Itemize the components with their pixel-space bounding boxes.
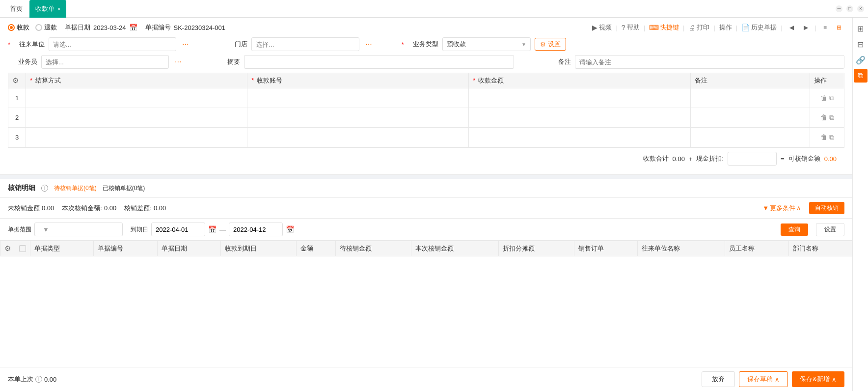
range-select-arrow: ▼	[43, 226, 49, 233]
hexiao-table: ⚙ 单据类型 单据编号 单据日	[0, 241, 852, 256]
lower-settings-icon[interactable]: ⚙	[4, 244, 11, 252]
lower-col-date: 单据日期	[157, 241, 220, 256]
print-link[interactable]: 🖨 打印	[688, 23, 709, 32]
row1-amount[interactable]	[469, 88, 690, 108]
store-input[interactable]	[251, 37, 359, 51]
row3-account[interactable]	[247, 128, 469, 147]
row1-remark[interactable]	[690, 88, 810, 108]
row1-settlement[interactable]	[26, 88, 247, 108]
hexiao-section: 核销明细 i 待核销单据(0笔) 已核销单据(0笔) 未核销金额 0.00 本次…	[0, 179, 852, 367]
row2-account[interactable]	[247, 108, 469, 128]
save-new-button[interactable]: 保存&新增 ∧	[792, 371, 844, 387]
col-amount: * 收款金额	[469, 73, 690, 88]
table-settings-icon[interactable]: ⚙	[12, 76, 19, 84]
row1-copy-icon[interactable]: ⧉	[829, 94, 834, 102]
close-button[interactable]: ×	[857, 5, 864, 12]
history-link[interactable]: 📄 历史单据	[741, 23, 777, 32]
prev-record-button[interactable]: ◀	[787, 23, 797, 32]
remark-input[interactable]	[575, 55, 844, 69]
done-tab[interactable]: 已核销单据(0笔)	[103, 184, 145, 193]
save-draft-arrow-icon: ∧	[775, 376, 780, 383]
col-remark: 备注	[690, 73, 810, 88]
row2-delete-icon[interactable]: 🗑	[820, 113, 827, 122]
right-sidebar: ⊞ ⊟ 🔗 ⧉	[852, 18, 868, 391]
nav-home[interactable]: 首页	[4, 0, 28, 18]
counterparty-input[interactable]	[49, 37, 176, 51]
abandon-button[interactable]: 放弃	[702, 371, 735, 387]
store-more-button[interactable]: ···	[363, 40, 374, 49]
grid-view-button[interactable]: ⊞	[834, 23, 844, 32]
row2-copy-icon[interactable]: ⧉	[829, 113, 834, 122]
save-new-arrow-icon: ∧	[832, 376, 837, 383]
lower-col-checkbox	[15, 241, 30, 256]
row2-amount[interactable]	[469, 108, 690, 128]
bottom-info: 本单上次 i 0.00	[8, 375, 56, 384]
select-all-checkbox[interactable]	[19, 245, 26, 252]
row3-remark[interactable]	[690, 128, 810, 147]
operation-link[interactable]: 操作	[719, 23, 732, 32]
close-tab-icon[interactable]: ×	[57, 6, 60, 12]
date-field: 单据日期 2023-03-24 📅	[65, 23, 137, 32]
date-from-input[interactable]	[151, 223, 205, 236]
next-record-button[interactable]: ▶	[801, 23, 811, 32]
video-link[interactable]: ▶ 视频	[592, 23, 612, 32]
receipt-table: ⚙ * 结算方式 * 收款账号 *	[8, 73, 844, 147]
staff-more-button[interactable]: ···	[173, 57, 183, 66]
pending-tab[interactable]: 待核销单据(0笔)	[54, 184, 97, 193]
lower-col-settings: ⚙	[0, 241, 15, 256]
row3-settlement[interactable]	[26, 128, 247, 147]
range-filter: 单据范围 ▼	[8, 223, 123, 236]
range-select[interactable]: ▼	[34, 223, 123, 236]
query-button[interactable]: 查询	[781, 223, 808, 236]
save-draft-button[interactable]: 保存草稿 ∧	[739, 371, 788, 387]
sidebar-icon-4[interactable]: ⧉	[854, 69, 868, 83]
minimize-button[interactable]: ─	[836, 5, 842, 12]
row3-copy-icon[interactable]: ⧉	[829, 133, 834, 141]
calendar-icon[interactable]: 📅	[129, 24, 137, 31]
maximize-button[interactable]: □	[846, 5, 853, 12]
table-col-settings: ⚙	[8, 73, 26, 88]
discount-input[interactable]	[728, 152, 777, 166]
cancel-diff-stat: 核销差额: 0.00	[124, 204, 166, 213]
row3-delete-icon[interactable]: 🗑	[820, 133, 827, 141]
counterparty-more-button[interactable]: ···	[180, 40, 190, 49]
shortcut-link[interactable]: ⌨ 快捷键	[649, 23, 679, 32]
row1-delete-icon[interactable]: 🗑	[820, 94, 827, 102]
lower-col-due: 收款到期日	[221, 241, 297, 256]
auto-cancel-button[interactable]: 自动核销	[809, 202, 844, 214]
sidebar-icon-2[interactable]: ⊟	[854, 37, 868, 51]
row2-remark[interactable]	[690, 108, 810, 128]
list-view-button[interactable]: ≡	[820, 23, 830, 32]
business-type-arrow-icon: ▼	[521, 42, 526, 47]
bottom-bar: 本单上次 i 0.00 放弃 保存草稿 ∧ 保存&新增 ∧	[0, 367, 852, 391]
date-from-calendar-icon[interactable]: 📅	[208, 225, 217, 233]
hexiao-table-area: ⚙ 单据类型 单据编号 单据日	[0, 241, 852, 367]
nav-shoukudan[interactable]: 收款单 ×	[29, 0, 66, 18]
history-icon: 📄	[741, 24, 750, 31]
toolbar-actions: ▶ 视频 | ? 帮助 | ⌨ 快捷键 | 🖨	[592, 23, 844, 32]
table-row: 1 🗑 ⧉	[8, 88, 844, 108]
current-cancel-stat: 本次核销金额: 0.00	[62, 204, 116, 213]
settings-button[interactable]: ⚙ 设置	[535, 38, 566, 51]
shortcut-icon: ⌨	[649, 24, 659, 31]
more-conditions-button[interactable]: ▼ 更多条件 ∧	[762, 204, 801, 213]
business-type-select[interactable]: 预收款 ▼	[442, 37, 531, 51]
number-field: 单据编号 SK-20230324-001	[145, 23, 226, 32]
filter-settings-button[interactable]: 设置	[816, 223, 844, 236]
sidebar-icon-1[interactable]: ⊞	[854, 22, 868, 35]
date-to-calendar-icon[interactable]: 📅	[286, 225, 294, 233]
row1-account[interactable]	[247, 88, 469, 108]
radio-tuikuan[interactable]: 退款	[35, 23, 57, 32]
staff-input[interactable]	[41, 55, 169, 69]
lower-col-current: 本次核销金额	[411, 241, 499, 256]
row2-settlement[interactable]	[26, 108, 247, 128]
radio-shoukuan[interactable]: 收款	[8, 23, 29, 32]
help-link[interactable]: ? 帮助	[622, 23, 640, 32]
form-row-2: 业务员 ··· 摘要 备注	[8, 55, 844, 69]
sidebar-icon-3[interactable]: 🔗	[854, 53, 868, 67]
summary-input[interactable]	[244, 55, 514, 69]
row3-amount[interactable]	[469, 128, 690, 147]
date-to-input[interactable]	[229, 223, 283, 236]
lower-col-order: 销售订单	[574, 241, 637, 256]
hexiao-info-icon[interactable]: i	[41, 185, 48, 192]
